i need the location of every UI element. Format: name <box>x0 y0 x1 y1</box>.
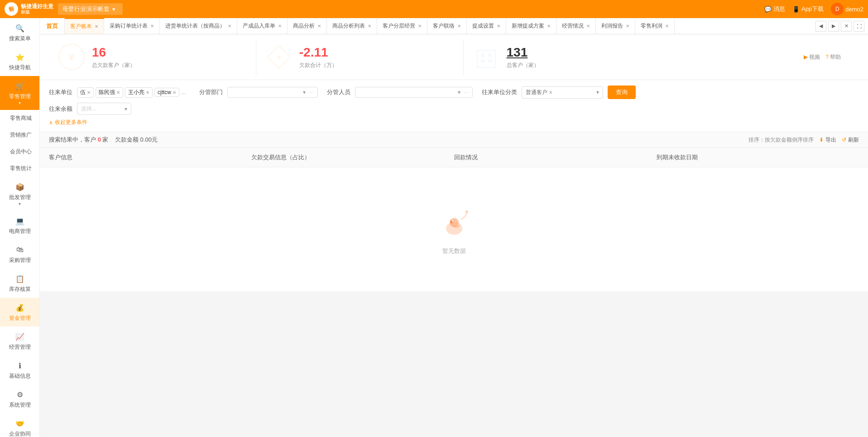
chevron-down-icon: ▾ <box>112 6 115 13</box>
filter-dept-select[interactable]: ▾ ··· <box>227 87 318 98</box>
app-container: 畅 畅捷通好生意 标版 母婴行业演示帐套 ▾ 💬 消息 📱 App下载 D de… <box>0 0 868 437</box>
close-icon[interactable]: ✕ <box>278 24 282 28</box>
refresh-label: 刷新 <box>848 136 859 144</box>
tab-close-all-button[interactable]: ✕ <box>841 21 852 32</box>
money-circle-icon: ¥ <box>58 43 85 71</box>
tab-retail-profit[interactable]: 零售利润 ✕ <box>635 18 675 34</box>
remove-tag-0[interactable]: ✕ <box>87 90 91 95</box>
refresh-icon: ↺ <box>842 137 846 143</box>
category-tag-text: 普通客户 <box>526 89 547 96</box>
star-icon: ⭐ <box>14 52 25 62</box>
sidebar-item-retailstats[interactable]: 零售统计 <box>0 160 39 177</box>
account-selector[interactable]: 母婴行业演示帐套 ▾ <box>58 3 123 15</box>
query-button[interactable]: 查询 <box>608 86 636 99</box>
filter-unit-more[interactable]: ... <box>181 89 186 95</box>
sidebar-item-ecommerce[interactable]: 💻 电商管理 <box>0 211 39 240</box>
logo-area: 畅 畅捷通好生意 标版 <box>5 2 53 16</box>
video-button[interactable]: ▶ 视频 <box>804 53 820 61</box>
tab-purchase-stats[interactable]: 采购订单统计表 ✕ <box>104 18 160 34</box>
stat-info-debt: -2.11 欠款合计（万） <box>299 45 337 70</box>
sidebar-item-finance[interactable]: 💰 资金管理 <box>0 298 39 327</box>
close-icon[interactable]: ✕ <box>95 24 98 29</box>
tab-maximize-button[interactable]: ⛶ <box>854 21 864 32</box>
tab-customer-contact[interactable]: 客户联络 ✕ <box>427 18 467 34</box>
clipboard-icon: 📋 <box>14 273 25 284</box>
tab-profit-report[interactable]: 利润报告 ✕ <box>596 18 635 34</box>
more-icon[interactable]: ··· <box>309 89 314 95</box>
collapse-button[interactable]: ∧ 收起更多条件 <box>49 119 859 126</box>
sidebar-item-search[interactable]: 🔍 搜索菜单 <box>0 18 39 47</box>
app-download-label: App下载 <box>801 5 824 13</box>
sidebar-item-membership[interactable]: 会员中心 <box>0 143 39 160</box>
tab-label: 经营情况 <box>562 22 584 30</box>
refresh-button[interactable]: ↺ 刷新 <box>842 136 859 144</box>
tab-product-entry[interactable]: 产成品入库单 ✕ <box>237 18 288 34</box>
view-help: ▶ 视频 ? 帮助 <box>804 53 850 61</box>
sidebar-item-label: 零售统计 <box>10 165 32 172</box>
sidebar-item-operations[interactable]: 📈 经营管理 <box>0 327 39 356</box>
diamond-icon: ★ <box>265 43 293 71</box>
category-tag: 普通客户 ✕ <box>526 89 552 96</box>
tab-commission-setup[interactable]: 提成设置 ✕ <box>467 18 506 34</box>
user-area[interactable]: D demo2 <box>831 3 863 15</box>
close-icon[interactable]: ✕ <box>368 24 371 28</box>
tab-home[interactable]: 首页 <box>40 18 65 34</box>
col-debt-header: 欠款交易信息（占比） <box>251 153 454 162</box>
close-icon[interactable]: ✕ <box>547 24 551 28</box>
remove-tag-3[interactable]: ✕ <box>173 90 176 95</box>
more-icon[interactable]: ··· <box>464 89 469 95</box>
sidebar-item-wholesale[interactable]: 📦 批发管理 ▾ <box>0 177 39 211</box>
empty-state: 暂无数据 <box>40 167 868 291</box>
sidebar-item-collab[interactable]: 🤝 企业协同 <box>0 413 39 437</box>
col-customer-header: 客户信息 <box>49 153 251 162</box>
cart-icon: 🛒 <box>14 81 25 91</box>
sidebar-item-marketing[interactable]: 营销推广 <box>0 127 39 143</box>
stat-value-customers: 16 <box>92 45 135 60</box>
sidebar-item-retail[interactable]: 🛒 零售管理 ▾ <box>0 76 39 110</box>
export-button[interactable]: ⬇ 导出 <box>819 136 836 144</box>
sidebar-item-basic[interactable]: ℹ 基础信息 <box>0 356 39 385</box>
close-icon[interactable]: ✕ <box>150 24 154 28</box>
tab-inventory-stats[interactable]: 进货单统计表（按商品） ✕ <box>160 18 237 34</box>
money-icon: 💰 <box>14 302 25 313</box>
tab-customer-account[interactable]: 客户账本 ✕ <box>65 18 104 34</box>
tab-operations[interactable]: 经营情况 ✕ <box>556 18 596 34</box>
message-button[interactable]: 💬 消息 <box>764 5 785 13</box>
filter-person-select[interactable]: ▾ ··· <box>355 87 473 98</box>
sort-label[interactable]: 排序：按欠款金额倒序排序 <box>748 136 814 144</box>
sidebar-item-inventory[interactable]: 📋 库存核算 <box>0 269 39 298</box>
tab-next-button[interactable]: ▶ <box>828 21 839 32</box>
tab-product-list[interactable]: 商品分析列表 ✕ <box>327 18 377 34</box>
remove-tag-1[interactable]: ✕ <box>116 90 120 95</box>
filter-unit-label: 往来单位 <box>49 88 72 96</box>
stat-value-debt: -2.11 <box>299 45 337 60</box>
sidebar-item-label: 营销推广 <box>10 131 32 139</box>
remove-category-tag[interactable]: ✕ <box>549 90 552 95</box>
tab-product-analysis[interactable]: 商品分析 ✕ <box>288 18 327 34</box>
close-icon[interactable]: ✕ <box>586 24 590 28</box>
sidebar-item-label: 会员中心 <box>10 148 32 156</box>
filter-category-select[interactable]: 普通客户 ✕ ▾ <box>522 86 603 99</box>
close-icon[interactable]: ✕ <box>457 24 461 28</box>
svg-text:★: ★ <box>276 53 282 61</box>
help-button[interactable]: ? 帮助 <box>825 53 841 61</box>
app-download-button[interactable]: 📱 App下载 <box>792 5 824 13</box>
close-icon[interactable]: ✕ <box>228 24 231 28</box>
close-icon[interactable]: ✕ <box>317 24 321 28</box>
sidebar-item-label: 搜索菜单 <box>9 35 31 43</box>
sidebar-item-quicknav[interactable]: ⭐ 快捷导航 <box>0 47 39 76</box>
tab-prev-button[interactable]: ◀ <box>815 21 826 32</box>
sidebar-item-retailmall[interactable]: 零售商城 <box>0 110 39 127</box>
close-icon[interactable]: ✕ <box>626 24 629 28</box>
close-icon[interactable]: ✕ <box>665 24 669 28</box>
tab-customer-tier[interactable]: 客户分层经营 ✕ <box>377 18 427 34</box>
tag-text: cjttcw <box>158 89 171 95</box>
svg-rect-6 <box>488 53 492 57</box>
close-icon[interactable]: ✕ <box>497 24 500 28</box>
tab-add-commission[interactable]: 新增提成方案 ✕ <box>506 18 556 34</box>
sidebar-item-system[interactable]: ⚙ 系统管理 <box>0 385 39 413</box>
close-icon[interactable]: ✕ <box>418 24 422 28</box>
sidebar-item-purchase[interactable]: 🛍 采购管理 <box>0 240 39 269</box>
filter-balance-select[interactable]: 选择... ▾ <box>77 103 131 115</box>
remove-tag-2[interactable]: ✕ <box>146 90 149 95</box>
